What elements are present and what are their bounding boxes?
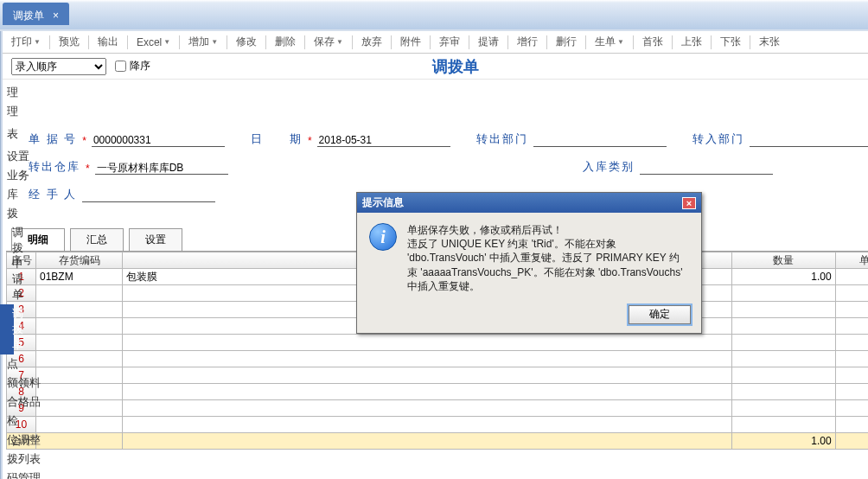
dialog-title: 提示信息 [362,195,404,210]
error-dialog: 提示信息 × i 单据保存失败，修改或稍后再试！ 违反了 UNIQUE KEY … [356,192,702,334]
dialog-message: 单据保存失败，修改或稍后再试！ 违反了 UNIQUE KEY 约束 'tRid'… [407,223,689,293]
close-icon[interactable]: × [682,197,696,209]
dialog-titlebar[interactable]: 提示信息 × [357,193,701,213]
modal-mask: 提示信息 × i 单据保存失败，修改或稍后再试！ 违反了 UNIQUE KEY … [0,0,868,479]
ok-button[interactable]: 确定 [629,305,691,324]
info-icon: i [369,223,397,251]
